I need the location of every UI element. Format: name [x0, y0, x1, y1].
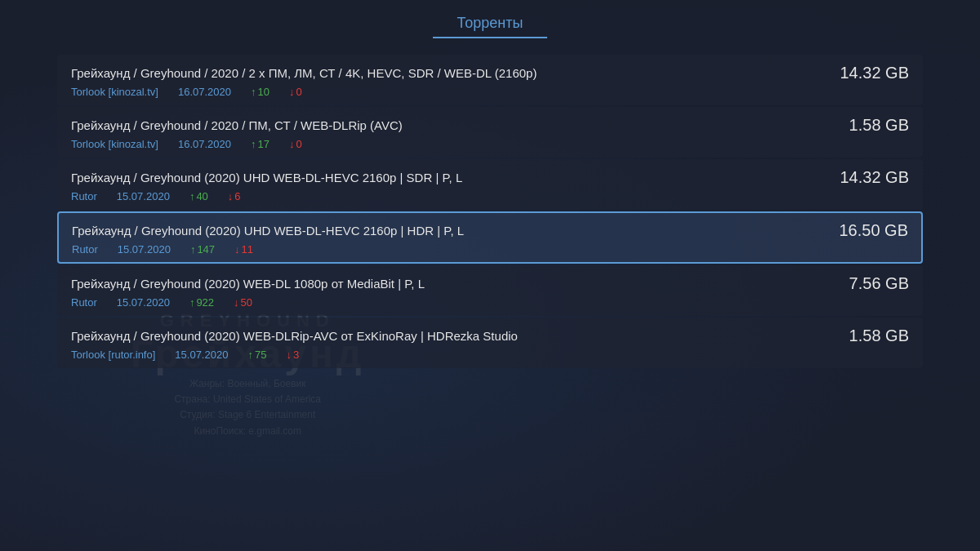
torrent-source: Torlook [rutor.info]: [71, 349, 155, 361]
torrent-source: Rutor: [71, 296, 97, 309]
torrent-top: Грейхаунд / Greyhound / 2020 / 2 х ПМ, Л…: [71, 64, 909, 82]
torrent-name: Грейхаунд / Greyhound (2020) UHD WEB-DL-…: [72, 224, 464, 238]
torrent-size: 14.32 GB: [840, 64, 909, 82]
tab-header: Торренты: [433, 15, 548, 38]
torrent-row[interactable]: Грейхаунд / Greyhound (2020) WEB-DLRip-A…: [57, 318, 923, 368]
torrent-seeds: ↑40: [189, 190, 208, 202]
torrent-top: Грейхаунд / Greyhound (2020) WEB-DLRip-A…: [71, 327, 909, 345]
torrent-source: Torlook [kinozal.tv]: [71, 138, 158, 150]
torrent-top: Грейхаунд / Greyhound (2020) UHD WEB-DL-…: [72, 221, 908, 240]
torrent-leeches: ↓11: [234, 243, 253, 256]
torrent-seeds: ↑17: [251, 138, 270, 150]
torrent-row[interactable]: Грейхаунд / Greyhound (2020) WEB-DL 1080…: [57, 265, 923, 316]
torrent-leeches: ↓0: [289, 86, 302, 98]
torrent-seeds: ↑10: [251, 86, 270, 98]
torrent-bottom: Rutor 15.07.2020 ↑40 ↓6: [71, 190, 909, 202]
torrent-source: Torlook [kinozal.tv]: [71, 86, 158, 98]
torrent-size: 1.58 GB: [849, 116, 909, 135]
main-container: Торренты Грейхаунд / Greyhound / 2020 / …: [0, 0, 980, 551]
torrent-date: 15.07.2020: [117, 190, 170, 202]
torrent-bottom: Torlook [rutor.info] 15.07.2020 ↑75 ↓3: [71, 349, 909, 361]
torrent-size: 1.58 GB: [849, 327, 909, 345]
torrent-source: Rutor: [71, 190, 97, 202]
torrent-row[interactable]: Грейхаунд / Greyhound (2020) UHD WEB-DL-…: [57, 159, 923, 210]
torrent-bottom: Torlook [kinozal.tv] 16.07.2020 ↑17 ↓0: [71, 138, 909, 150]
torrent-size: 16.50 GB: [839, 221, 908, 240]
torrent-leeches: ↓3: [286, 349, 299, 361]
torrent-seeds: ↑75: [247, 349, 266, 361]
torrent-bottom: Rutor 15.07.2020 ↑922 ↓50: [71, 296, 909, 309]
torrent-name: Грейхаунд / Greyhound (2020) UHD WEB-DL-…: [71, 171, 462, 184]
torrent-leeches: ↓50: [234, 296, 252, 309]
torrent-name: Грейхаунд / Greyhound / 2020 / ПМ, СТ / …: [71, 118, 403, 132]
torrent-size: 7.56 GB: [849, 274, 909, 293]
torrent-size: 14.32 GB: [840, 168, 909, 187]
torrent-date: 16.07.2020: [178, 138, 231, 150]
torrent-top: Грейхаунд / Greyhound / 2020 / ПМ, СТ / …: [71, 116, 909, 135]
torrent-list: Грейхаунд / Greyhound / 2020 / 2 х ПМ, Л…: [57, 55, 923, 368]
torrent-top: Грейхаунд / Greyhound (2020) WEB-DL 1080…: [71, 274, 909, 293]
torrent-name: Грейхаунд / Greyhound / 2020 / 2 х ПМ, Л…: [71, 66, 537, 80]
torrent-row[interactable]: Грейхаунд / Greyhound / 2020 / 2 х ПМ, Л…: [57, 55, 923, 105]
torrent-row[interactable]: Грейхаунд / Greyhound (2020) UHD WEB-DL-…: [57, 211, 923, 264]
tab-torrents[interactable]: Торренты: [433, 15, 548, 38]
torrent-seeds: ↑922: [189, 296, 214, 309]
torrent-bottom: Torlook [kinozal.tv] 16.07.2020 ↑10 ↓0: [71, 86, 909, 98]
torrent-name: Грейхаунд / Greyhound (2020) WEB-DL 1080…: [71, 277, 425, 291]
torrent-row[interactable]: Грейхаунд / Greyhound / 2020 / ПМ, СТ / …: [57, 107, 923, 158]
torrent-date: 15.07.2020: [175, 349, 228, 361]
torrent-seeds: ↑147: [190, 243, 215, 256]
torrent-leeches: ↓6: [228, 190, 241, 202]
torrent-date: 16.07.2020: [178, 86, 231, 98]
torrent-top: Грейхаунд / Greyhound (2020) UHD WEB-DL-…: [71, 168, 909, 187]
torrent-name: Грейхаунд / Greyhound (2020) WEB-DLRip-A…: [71, 329, 518, 343]
torrent-date: 15.07.2020: [118, 243, 171, 256]
torrent-leeches: ↓0: [289, 138, 302, 150]
torrent-date: 15.07.2020: [117, 296, 170, 309]
torrent-bottom: Rutor 15.07.2020 ↑147 ↓11: [72, 243, 908, 256]
torrent-source: Rutor: [72, 243, 98, 256]
